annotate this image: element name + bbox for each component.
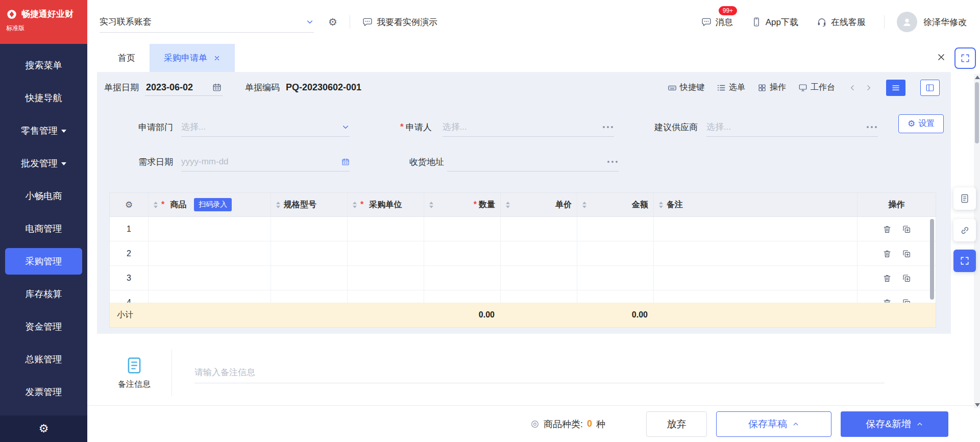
sort-icon[interactable] (353, 202, 357, 208)
column-header-remark[interactable]: 备注 (654, 193, 857, 216)
float-doc-button[interactable] (953, 187, 976, 210)
cell-amount[interactable] (577, 290, 654, 303)
column-header-unit[interactable]: * 采购单位 (348, 193, 424, 216)
column-header-spec[interactable]: 规格型号 (271, 193, 348, 216)
page-scrollbar[interactable] (974, 74, 980, 408)
cell-product[interactable] (149, 290, 271, 303)
address-input[interactable] (447, 157, 603, 167)
column-header-product[interactable]: * 商品 扫码录入 (149, 193, 271, 216)
copy-row-icon[interactable] (902, 298, 911, 303)
sidebar-item-xiaochang-ecom[interactable]: 小畅电商 (0, 180, 87, 212)
online-service-button[interactable]: 在线客服 (817, 16, 866, 28)
table-scrollbar-thumb[interactable] (930, 219, 934, 300)
actions-button[interactable]: 操作 (757, 82, 786, 93)
sidebar-item-funds[interactable]: 资金管理 (0, 310, 87, 343)
sidebar-item-ledger[interactable]: 总账管理 (0, 343, 87, 376)
sort-icon[interactable] (429, 202, 433, 208)
save-draft-button[interactable]: 保存草稿 (716, 411, 831, 437)
column-header-amount[interactable]: 金额 (577, 193, 654, 216)
split-view-toggle[interactable] (920, 80, 940, 96)
save-and-new-button[interactable]: 保存&新增 (841, 411, 948, 437)
list-view-toggle[interactable] (886, 80, 905, 96)
copy-row-icon[interactable] (902, 249, 911, 258)
copy-row-icon[interactable] (902, 225, 911, 234)
tab-purchase-request[interactable]: 采购申请单 (150, 44, 235, 72)
cell-price[interactable] (501, 290, 577, 303)
ellipsis-picker-icon[interactable] (606, 159, 619, 165)
department-select[interactable] (181, 117, 350, 137)
cell-unit[interactable] (348, 290, 424, 303)
close-tab-button[interactable] (936, 52, 946, 62)
cell-product[interactable] (149, 217, 271, 241)
cell-remark[interactable] (654, 217, 857, 241)
cell-price[interactable] (501, 241, 577, 265)
sidebar-item-search-menu[interactable]: 搜索菜单 (0, 49, 87, 82)
cell-spec[interactable] (271, 290, 348, 303)
user-avatar[interactable] (897, 12, 917, 32)
supplier-input[interactable] (706, 122, 863, 132)
workbench-button[interactable]: 工作台 (798, 82, 835, 93)
cell-qty[interactable] (424, 290, 501, 303)
sidebar-item-ecommerce[interactable]: 电商管理 (0, 212, 87, 245)
chevron-down-icon[interactable] (341, 123, 350, 131)
user-name[interactable]: 徐泽华修改 (923, 16, 967, 28)
delete-row-icon[interactable] (883, 274, 892, 283)
remark-input[interactable] (194, 367, 885, 378)
sort-icon[interactable] (506, 202, 510, 208)
sort-icon[interactable] (582, 202, 586, 208)
sidebar-item-retail[interactable]: 零售管理 (0, 114, 87, 147)
float-expand-button[interactable] (953, 250, 976, 272)
pick-order-button[interactable]: 选单 (717, 82, 745, 93)
address-field[interactable] (447, 152, 619, 171)
sort-icon[interactable] (154, 202, 158, 208)
cell-product[interactable] (149, 241, 271, 265)
cell-amount[interactable] (577, 266, 654, 290)
messages-button[interactable]: 消息 99+ (701, 16, 733, 28)
cell-qty[interactable] (424, 217, 501, 241)
cell-spec[interactable] (271, 241, 348, 265)
cell-spec[interactable] (271, 217, 348, 241)
cell-product[interactable] (149, 266, 271, 290)
column-header-settings[interactable]: ⚙ (110, 193, 149, 216)
cell-unit[interactable] (348, 241, 424, 265)
page-scrollbar-thumb[interactable] (975, 82, 979, 143)
supplier-select[interactable] (706, 117, 878, 137)
sort-icon[interactable] (659, 202, 663, 208)
header-gear-icon[interactable]: ⚙ (328, 17, 337, 27)
cell-amount[interactable] (577, 241, 654, 265)
column-header-price[interactable]: 单价 (501, 193, 577, 216)
tab-close-icon[interactable] (213, 55, 220, 62)
applicant-select[interactable] (443, 117, 614, 137)
cell-price[interactable] (501, 217, 577, 241)
sidebar-item-wholesale[interactable]: 批发管理 (0, 147, 87, 180)
cell-amount[interactable] (577, 217, 654, 241)
column-header-qty[interactable]: *数量 (424, 193, 501, 216)
delete-row-icon[interactable] (883, 249, 892, 258)
sidebar-item-quick-nav[interactable]: 快捷导航 (0, 82, 87, 114)
scan-input-button[interactable]: 扫码录入 (194, 198, 232, 211)
doc-date-field[interactable]: 2023-06-02 (145, 80, 223, 96)
calendar-icon[interactable] (341, 158, 350, 166)
sidebar-item-inventory[interactable]: 库存核算 (0, 278, 87, 310)
cell-unit[interactable] (348, 266, 424, 290)
sort-icon[interactable] (276, 202, 280, 208)
ellipsis-picker-icon[interactable] (602, 124, 614, 130)
chevron-left-icon[interactable] (848, 84, 856, 92)
fullscreen-toggle[interactable] (954, 47, 976, 69)
account-set-select[interactable]: 实习联系账套 (100, 11, 314, 33)
applicant-input[interactable] (443, 122, 599, 132)
sidebar-item-purchase[interactable]: 采购管理 (5, 248, 82, 275)
cell-remark[interactable] (654, 241, 857, 265)
demo-link[interactable]: 我要看实例演示 (362, 16, 437, 28)
app-download-button[interactable]: App下载 (751, 16, 798, 28)
delete-row-icon[interactable] (883, 298, 892, 303)
cell-qty[interactable] (424, 241, 501, 265)
need-date-picker[interactable] (181, 152, 350, 171)
tab-home[interactable]: 首页 (104, 44, 150, 72)
cell-price[interactable] (501, 266, 577, 290)
cell-unit[interactable] (348, 217, 424, 241)
copy-row-icon[interactable] (902, 274, 911, 283)
sidebar-item-invoice[interactable]: 发票管理 (0, 376, 87, 408)
department-input[interactable] (181, 122, 338, 132)
sidebar-settings-button[interactable]: ⚙ (0, 415, 87, 442)
